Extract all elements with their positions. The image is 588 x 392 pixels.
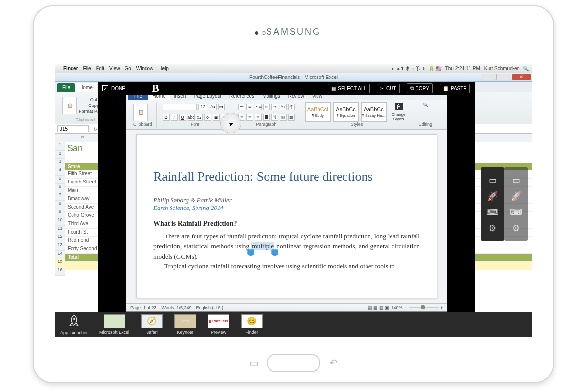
android-back-button[interactable]: ↶: [329, 357, 338, 368]
doc-title: Rainfall Prediction: Some future directi…: [153, 169, 420, 187]
zoom-slider[interactable]: [409, 307, 439, 308]
justify-button[interactable]: ≣: [263, 114, 270, 121]
underline-button[interactable]: U: [179, 114, 186, 121]
excel-minimize-button[interactable]: [482, 74, 495, 80]
status-words[interactable]: Words: 1/5,249: [162, 305, 192, 310]
copy-icon: ⧉: [410, 85, 414, 91]
excel-paste-button[interactable]: 📋: [62, 97, 77, 114]
mac-menu-help[interactable]: Help: [158, 66, 169, 71]
mac-menu-view[interactable]: View: [109, 66, 120, 71]
numbering-button[interactable]: ≡: [246, 104, 253, 110]
status-page[interactable]: Page: 1 of 23: [130, 305, 157, 310]
document-page: Rainfall Prediction: Some future directi…: [136, 134, 437, 298]
style-body[interactable]: AaBbCcI¶ Body: [305, 102, 331, 122]
mac-menu-go[interactable]: Go: [124, 66, 131, 71]
change-styles-button[interactable]: Change Styles: [389, 112, 409, 121]
show-marks-button[interactable]: ¶: [288, 104, 295, 110]
dock-finder[interactable]: 😊Finder: [241, 314, 263, 335]
excel-tab-home[interactable]: Home: [75, 83, 97, 92]
bold-button[interactable]: B: [163, 114, 170, 121]
excel-file-tab[interactable]: File: [57, 83, 75, 92]
zoom-in-button[interactable]: +: [441, 305, 443, 310]
body-paragraph-2[interactable]: Tropical cyclone rainfall forecasting in…: [153, 261, 420, 271]
subscript-button[interactable]: x₂: [196, 114, 203, 121]
bullets-button[interactable]: ☰: [238, 104, 245, 110]
excel-close-button[interactable]: ✕: [512, 74, 531, 80]
zoom-out-button[interactable]: −: [404, 305, 407, 310]
doc-authors: Philip Søborg & Patrik Müller: [153, 196, 420, 204]
copy-button[interactable]: ⧉COPY: [407, 83, 433, 93]
indent-inc-button[interactable]: ⇥: [271, 104, 278, 110]
parallels-action-bar: ✓ DONE B ▦SELECT ALL ✂CUT ⧉COPY 📋PASTE: [98, 82, 475, 95]
find-button[interactable]: 🔍: [423, 103, 428, 107]
mac-menu-window[interactable]: Window: [136, 66, 154, 71]
app-launcher[interactable]: App Launcher: [60, 314, 88, 335]
shading-button[interactable]: ▥: [280, 114, 287, 121]
borders-button[interactable]: ▦: [288, 114, 295, 121]
dock-keynote[interactable]: ▭Keynote: [174, 314, 196, 335]
zoom-value[interactable]: 140%: [391, 305, 402, 310]
android-home-button[interactable]: [267, 354, 320, 372]
side-palette-ghost: ▭ 🚀 ⌨ ⚙: [504, 167, 528, 241]
mac-menu-file[interactable]: File: [83, 66, 91, 71]
font-size-dropdown[interactable]: 12: [198, 104, 208, 110]
cut-button[interactable]: ✂CUT: [377, 84, 400, 93]
sort-button[interactable]: A↓: [280, 104, 287, 110]
menubar-icons[interactable]: ⏯ ⏏ ⬆ ✳ ⌂ ⓘ ᯤ 🔋 🇺🇸: [391, 66, 441, 71]
mac-app-name[interactable]: Finder: [63, 66, 78, 71]
select-all-icon: ▦: [331, 86, 336, 91]
excel-title-text: FourthCoffeeFinancials - Microsoft Excel: [249, 75, 338, 80]
name-box[interactable]: J15: [57, 125, 89, 132]
dock-excel[interactable]: XMicrosoft Excel: [99, 314, 129, 335]
align-right-button[interactable]: ≡: [255, 114, 262, 121]
italic-button[interactable]: I: [171, 114, 178, 121]
font-family-dropdown[interactable]: [163, 104, 197, 110]
style-equation[interactable]: AaBbCc¶ Equation: [333, 102, 359, 122]
parallels-dock: App Launcher XMicrosoft Excel 🧭Safari ▭K…: [55, 312, 532, 337]
indent-dec-button[interactable]: ⇤: [263, 104, 270, 110]
selected-word[interactable]: multiple: [251, 242, 274, 250]
rocket-icon[interactable]: 🚀: [487, 191, 498, 202]
rocket-icon[interactable]: 🚀: [511, 191, 521, 202]
status-lang[interactable]: English (U.S.): [196, 305, 223, 310]
row-headers: 1234567 891011121314 1516: [55, 142, 65, 276]
word-paste-button[interactable]: 📋: [133, 104, 148, 121]
excel-maximize-button[interactable]: [496, 74, 510, 80]
shrink-font-icon[interactable]: A▾: [218, 104, 225, 110]
strike-button[interactable]: abc: [188, 114, 195, 121]
device-brand: SAMSUNG: [34, 27, 553, 37]
dock-safari[interactable]: 🧭Safari: [141, 314, 163, 335]
windows-icon[interactable]: ▭: [512, 175, 520, 185]
keyboard-icon[interactable]: ⌨: [510, 207, 522, 217]
grow-font-icon[interactable]: A▴: [210, 104, 217, 110]
mac-menu-edit[interactable]: Edit: [96, 66, 104, 71]
done-button[interactable]: ✓ DONE: [102, 85, 125, 91]
mac-user[interactable]: Kurt Schmucker: [484, 66, 519, 71]
align-center-button[interactable]: ≡: [246, 114, 253, 121]
spotlight-icon[interactable]: 🔍: [523, 66, 529, 71]
multilevel-button[interactable]: ⋮≡: [255, 104, 262, 110]
line-spacing-button[interactable]: ⇅: [271, 114, 278, 121]
svg-point-0: [73, 318, 75, 320]
body-paragraph-1[interactable]: There are four types of rainfall predict…: [153, 232, 420, 261]
doc-course: Earth Science, Spring 2014: [153, 204, 420, 212]
scissors-icon: ✂: [380, 86, 384, 91]
clipboard-icon: 📋: [443, 86, 449, 91]
mac-clock[interactable]: Thu 2:21:11 PM: [445, 66, 480, 71]
select-all-button[interactable]: ▦SELECT ALL: [328, 84, 370, 93]
fx-icon[interactable]: fx: [94, 126, 98, 131]
bold-icon[interactable]: B: [152, 82, 159, 95]
dock-preview[interactable]: || ParallelsPreview: [208, 314, 229, 335]
gear-icon[interactable]: ⚙: [512, 223, 520, 234]
view-icons[interactable]: ▤ ▦ ▥ ▣: [368, 305, 390, 310]
tablet-frame: ● ○ SAMSUNG Finder File Edit View Go Win…: [33, 5, 554, 383]
windows-icon[interactable]: ▭: [489, 175, 497, 185]
paste-button[interactable]: 📋PASTE: [440, 84, 470, 93]
word-document-area[interactable]: Rainfall Prediction: Some future directi…: [126, 130, 447, 303]
superscript-button[interactable]: x²: [204, 114, 211, 121]
gear-icon[interactable]: ⚙: [489, 223, 496, 234]
style-essay-heading[interactable]: AaBbCc¶ Essay He...: [361, 102, 387, 122]
keyboard-icon[interactable]: ⌨: [486, 207, 499, 217]
highlight-button[interactable]: ▣: [213, 114, 220, 121]
android-recent-button[interactable]: ▭: [249, 357, 259, 368]
